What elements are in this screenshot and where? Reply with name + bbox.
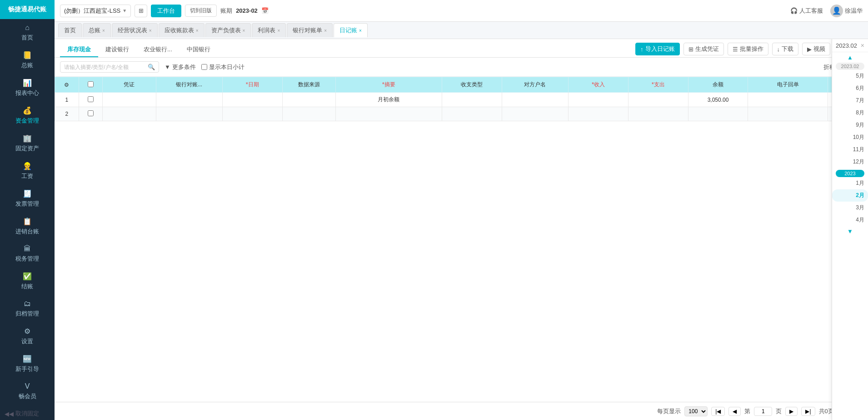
tab-operation-status[interactable]: 经营状况表 × xyxy=(112,23,158,37)
subtab-ccb[interactable]: 建设银行 xyxy=(98,43,136,57)
work-station-button[interactable]: 工作台 xyxy=(151,5,181,17)
month-9[interactable]: 9月 xyxy=(832,119,868,131)
last-page-button[interactable]: ▶| xyxy=(801,407,815,416)
subtab-cash[interactable]: 库存现金 xyxy=(60,43,98,57)
search-input-wrap[interactable]: 🔍 xyxy=(60,61,159,73)
date-panel-close-icon[interactable]: × xyxy=(861,42,864,49)
sidebar-item-ledger[interactable]: 📒 总账 xyxy=(0,46,55,74)
archive-icon: 🗂 xyxy=(24,300,31,308)
row-num: 1 xyxy=(55,93,79,107)
row-check[interactable] xyxy=(79,93,103,107)
show-subtotal-checkbox[interactable]: 显示本日小计 xyxy=(201,63,244,71)
select-all-checkbox[interactable] xyxy=(88,81,94,87)
switch-old-version-button[interactable]: 切到旧版 xyxy=(185,5,217,17)
tab-close-icon[interactable]: × xyxy=(324,28,327,33)
avatar: 👤 xyxy=(830,5,843,17)
month-10[interactable]: 10月 xyxy=(832,131,868,143)
scroll-down-button[interactable]: ▼ xyxy=(832,226,868,237)
row-electronic xyxy=(748,93,828,107)
subtab-agbank[interactable]: 农业银行... xyxy=(136,43,180,57)
sidebar-item-fixed-assets[interactable]: 🏢 固定资产 xyxy=(0,129,55,157)
row-expense xyxy=(628,107,688,121)
prev-page-button[interactable]: ◀ xyxy=(728,407,741,416)
month-3[interactable]: 3月 xyxy=(832,202,868,214)
date-panel: 2023.02 × ▲ 2023.02 5月 6月 7月 8月 9月 10月 1… xyxy=(832,39,868,420)
month-8[interactable]: 8月 xyxy=(832,107,868,119)
th-settings[interactable]: ⚙ xyxy=(55,77,79,93)
tab-bank-statement[interactable]: 银行对账单 × xyxy=(287,23,333,37)
tab-home[interactable]: 首页 xyxy=(58,23,82,37)
month-7[interactable]: 7月 xyxy=(832,94,868,107)
calendar-icon[interactable]: 📅 xyxy=(261,7,269,14)
tab-profit[interactable]: 利润表 × xyxy=(252,23,286,37)
video-button[interactable]: ▶ 视频 xyxy=(802,43,830,55)
month-4[interactable]: 4月 xyxy=(832,214,868,226)
sidebar-item-member[interactable]: V 畅会员 xyxy=(0,378,55,405)
tab-journal[interactable]: 日记账 × xyxy=(334,23,368,37)
scroll-up-button[interactable]: ▲ xyxy=(832,52,868,63)
tab-balance-sheet[interactable]: 资产负债表 × xyxy=(205,23,251,37)
tab-close-icon[interactable]: × xyxy=(149,28,152,33)
first-page-button[interactable]: |◀ xyxy=(711,407,725,416)
import-journal-button[interactable]: ↑ 导入日记账 xyxy=(635,43,680,55)
subtotal-checkbox-input[interactable] xyxy=(201,64,207,70)
sidebar-item-archive[interactable]: 🗂 归档管理 xyxy=(0,295,55,322)
month-2-current[interactable]: 2月 xyxy=(832,189,868,202)
sidebar-item-label: 发票管理 xyxy=(15,200,39,208)
th-income: *收入 xyxy=(569,77,629,93)
sidebar-item-label: 总账 xyxy=(21,61,33,69)
th-expense: *支出 xyxy=(628,77,688,93)
sidebar-item-reports[interactable]: 📊 报表中心 xyxy=(0,74,55,102)
month-6[interactable]: 6月 xyxy=(832,82,868,94)
subtab-actions: ↑ 导入日记账 ⊞ 生成凭证 ☰ 批量操作 ↓ 下载 ▶ 视频 xyxy=(635,43,863,57)
month-1[interactable]: 1月 xyxy=(832,177,868,189)
tab-accounts-receivable[interactable]: 应收账款表 × xyxy=(159,23,205,37)
main-area: (勿删）江西超宝-LSS ▼ ⊞ 工作台 切到旧版 账期 2023-02 📅 🎧… xyxy=(55,0,868,420)
sidebar-item-wages[interactable]: 👷 工资 xyxy=(0,157,55,185)
generate-voucher-button[interactable]: ⊞ 生成凭证 xyxy=(683,43,724,55)
filter-icon: ▼ xyxy=(165,64,170,70)
search-icon[interactable]: 🔍 xyxy=(148,64,155,70)
user-menu[interactable]: 👤 徐温华 xyxy=(830,5,863,17)
sidebar-item-asset-mgmt[interactable]: 💰 资金管理 xyxy=(0,102,55,129)
subtab-bocbank[interactable]: 中国银行 xyxy=(180,43,218,57)
tab-general-ledger[interactable]: 总账 × xyxy=(83,23,111,37)
report-icon: 📊 xyxy=(23,79,32,87)
year-badge-2023: 2023 xyxy=(836,170,864,177)
filter-button[interactable]: ▼ 更多条件 xyxy=(165,63,196,71)
tabbar: 首页 总账 × 经营状况表 × 应收账款表 × 资产负债表 × 利润表 × 银行… xyxy=(55,22,868,39)
tab-close-icon[interactable]: × xyxy=(277,28,280,33)
tab-close-icon[interactable]: × xyxy=(196,28,199,33)
sidebar-item-settings[interactable]: ⚙ 设置 xyxy=(0,322,55,350)
th-check[interactable] xyxy=(79,77,103,93)
sidebar-unpin[interactable]: ◀◀ 取消固定 xyxy=(0,405,55,420)
sidebar-item-sales-ledger[interactable]: 📋 进销台账 xyxy=(0,212,55,240)
sidebar-item-invoice-mgmt[interactable]: 🧾 发票管理 xyxy=(0,185,55,212)
sidebar-item-settlement[interactable]: ✅ 结账 xyxy=(0,267,55,295)
tab-label: 经营状况表 xyxy=(118,26,147,35)
tab-close-icon[interactable]: × xyxy=(359,28,362,33)
per-page-select[interactable]: 100 xyxy=(684,406,708,416)
customer-service[interactable]: 🎧 人工客服 xyxy=(790,7,823,15)
copy-icon-btn[interactable]: ⊞ xyxy=(135,5,147,17)
download-button[interactable]: ↓ 下载 xyxy=(772,43,799,55)
sidebar-item-tax-mgmt[interactable]: 🏛 税务管理 xyxy=(0,240,55,267)
month-11[interactable]: 11月 xyxy=(832,143,868,156)
sidebar-item-guide[interactable]: 🆕 新手引导 xyxy=(0,350,55,378)
month-5[interactable]: 5月 xyxy=(832,70,868,82)
next-page-button[interactable]: ▶ xyxy=(785,407,798,416)
page-input[interactable] xyxy=(754,407,772,416)
tab-close-icon[interactable]: × xyxy=(102,28,105,33)
sidebar-item-label: 归档管理 xyxy=(15,310,39,318)
tab-label: 应收账款表 xyxy=(165,26,194,35)
toolbar: 🔍 ▼ 更多条件 显示本日小计 折称： 人民币 xyxy=(55,58,868,77)
month-12[interactable]: 12月 xyxy=(832,156,868,168)
period-value: 2023-02 xyxy=(236,7,258,14)
batch-action-button[interactable]: ☰ 批量操作 xyxy=(728,43,768,55)
company-selector[interactable]: (勿删）江西超宝-LSS ▼ xyxy=(60,5,131,17)
row-check[interactable] xyxy=(79,107,103,121)
wages-icon: 👷 xyxy=(23,162,32,170)
sidebar-item-home[interactable]: ⌂ 首页 xyxy=(0,19,55,46)
tab-close-icon[interactable]: × xyxy=(243,28,245,33)
search-input[interactable] xyxy=(64,64,146,70)
